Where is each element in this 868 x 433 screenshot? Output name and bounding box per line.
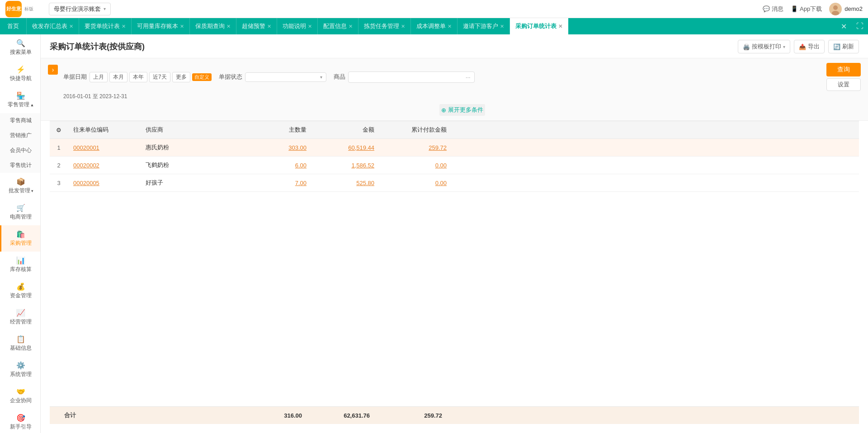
btn-query[interactable]: 查询	[826, 63, 861, 76]
cell-amount-3[interactable]: 525.80	[312, 174, 380, 192]
tab-pick-task[interactable]: 拣货任务管理 ✕	[359, 18, 411, 34]
cell-index-2: 2	[50, 157, 68, 174]
table-row: 3 00020005 好孩子 7.00 525.80 0.00	[50, 174, 859, 192]
cell-amount-2[interactable]: 1,586.52	[312, 157, 380, 174]
tab-order-stats[interactable]: 要货单统计表 ✕	[79, 18, 132, 34]
tab-expiry[interactable]: 保质期查询 ✕	[190, 18, 236, 34]
btn-print-template[interactable]: 🖨️ 按模板打印 ▾	[738, 40, 790, 53]
sidebar-item-member[interactable]: 会员中心	[0, 143, 40, 158]
sidebar-quick-label: 快捷导航	[10, 75, 32, 82]
sidebar-item-system[interactable]: ⚙️ 系统管理	[0, 357, 40, 383]
workspace-selector[interactable]: 母婴行业演示账套 ▾	[49, 3, 111, 15]
tab-overstock[interactable]: 超储预警 ✕	[236, 18, 277, 34]
close-icon[interactable]: ✕	[401, 24, 405, 29]
expand-toggle-btn[interactable]: ›	[48, 65, 58, 75]
sidebar-item-operations[interactable]: 📈 经营管理	[0, 304, 40, 330]
page-title: 采购订单统计表(按供应商)	[50, 41, 145, 52]
tab-receivable[interactable]: 收发存汇总表 ✕	[27, 18, 79, 34]
sidebar-item-basics[interactable]: 📋 基础信息	[0, 330, 40, 357]
svg-point-1	[833, 5, 838, 10]
close-icon[interactable]: ✕	[349, 24, 353, 29]
app-download-btn[interactable]: 📱 App下载	[791, 5, 822, 13]
close-icon[interactable]: ✕	[69, 24, 73, 29]
cell-code-3[interactable]: 00020005	[68, 174, 140, 192]
sidebar-item-quick-nav[interactable]: ⚡ 快捷导航	[0, 61, 40, 87]
btn-last-month[interactable]: 上月	[90, 72, 108, 82]
cell-paid-2[interactable]: 0.00	[380, 157, 452, 174]
filter-goods-placeholder	[352, 74, 354, 81]
close-icon[interactable]: ✕	[267, 24, 271, 29]
tab-function-desc[interactable]: 功能说明 ✕	[277, 18, 318, 34]
filter-date-label: 单据日期	[63, 73, 87, 81]
tab-inventory[interactable]: 可用量库存账本 ✕	[132, 18, 190, 34]
close-icon[interactable]: ✕	[500, 24, 504, 29]
cell-amount-1[interactable]: 60,519.44	[312, 139, 380, 157]
sidebar-item-finance[interactable]: 💰 资金管理	[0, 278, 40, 304]
filter-goods-group: 商品 ···	[334, 71, 475, 83]
btn-this-month[interactable]: 本月	[109, 72, 127, 82]
finance-icon: 💰	[16, 282, 25, 291]
filter-status-group: 单据状态 ▾	[219, 72, 326, 82]
cell-code-2[interactable]: 00020002	[68, 157, 140, 174]
btn-refresh[interactable]: 🔄 刷新	[828, 40, 859, 53]
close-icon[interactable]: ✕	[308, 24, 312, 29]
sidebar-item-marketing[interactable]: 营销推广	[0, 128, 40, 143]
sidebar-item-stock[interactable]: 📊 库存核算	[0, 252, 40, 278]
btn-more-dates[interactable]: 更多	[172, 72, 190, 82]
tab-home[interactable]: 首页	[0, 18, 27, 34]
stock-icon: 📊	[16, 256, 25, 265]
purchase-icon: 🛍️	[16, 230, 25, 238]
filter-status-label: 单据状态	[219, 73, 242, 81]
tab-expand-btn[interactable]: ⛶	[852, 18, 868, 34]
print-arrow-icon: ▾	[783, 44, 785, 49]
tab-collapse-btn[interactable]: ✕	[835, 18, 852, 34]
cell-paid-3[interactable]: 0.00	[380, 174, 452, 192]
quick-nav-icon: ⚡	[16, 65, 25, 74]
sidebar-item-collab[interactable]: 🤝 企业协同	[0, 383, 40, 409]
sidebar-item-wholesale[interactable]: 📦 批发管理 ▾	[0, 173, 40, 199]
cell-qty-2[interactable]: 6.00	[253, 157, 312, 174]
btn-this-year[interactable]: 本年	[129, 72, 147, 82]
close-icon-active[interactable]: ✕	[558, 24, 562, 29]
btn-settings[interactable]: 设置	[826, 78, 861, 91]
sidebar-item-retail-mgmt[interactable]: 🏪 零售管理 ▲	[0, 87, 40, 113]
cell-extra-3	[452, 174, 859, 192]
sidebar-basics-label: 基础信息	[10, 344, 32, 352]
cell-qty-3[interactable]: 7.00	[253, 174, 312, 192]
btn-export[interactable]: 📤 导出	[794, 40, 825, 53]
close-icon[interactable]: ✕	[122, 24, 126, 29]
avatar	[829, 3, 842, 15]
filter-bar: › 单据日期 上月 本月 本年 近7天 更多	[41, 58, 868, 121]
close-icon[interactable]: ✕	[226, 24, 231, 29]
filter-status-select[interactable]: ▾	[245, 72, 326, 82]
expand-more-btn[interactable]: ⊕ 展开更多条件	[439, 104, 485, 116]
cell-code-1[interactable]: 00020001	[68, 139, 140, 157]
tab-config[interactable]: 配置信息 ✕	[318, 18, 359, 34]
sidebar-item-retail-stats[interactable]: 零售统计	[0, 158, 40, 173]
basics-icon: 📋	[16, 335, 25, 343]
col-header-paid: 累计付款金额	[380, 121, 452, 139]
sidebar-item-retail-shop[interactable]: 零售商城	[0, 113, 40, 128]
logo-text: 标版	[24, 6, 33, 12]
query-actions: 查询 设置	[826, 63, 861, 91]
settings-icon[interactable]: ⚙	[56, 127, 61, 133]
close-icon[interactable]: ✕	[180, 24, 184, 29]
col-header-code: 往来单位编码	[68, 121, 140, 139]
filter-goods-input[interactable]: ···	[348, 71, 475, 83]
cell-qty-1[interactable]: 303.00	[253, 139, 312, 157]
download-icon: 📱	[791, 5, 798, 12]
sidebar-item-newbie[interactable]: 🎯 新手引导	[0, 409, 40, 433]
message-btn[interactable]: 💬 消息	[763, 5, 783, 13]
tab-cost-adjust[interactable]: 成本调整单 ✕	[411, 18, 458, 34]
close-icon[interactable]: ✕	[448, 24, 452, 29]
sidebar-item-search[interactable]: 🔍 搜索菜单	[0, 34, 40, 61]
user-area[interactable]: demo2	[829, 3, 863, 15]
sidebar-item-ecommerce[interactable]: 🛒 电商管理	[0, 199, 40, 225]
sidebar-item-purchase[interactable]: 🛍️ 采购管理	[0, 225, 40, 252]
tab-invite-customer[interactable]: 邀请下游客户 ✕	[458, 18, 510, 34]
newbie-icon: 🎯	[16, 414, 25, 422]
btn-last-7-days[interactable]: 近7天	[149, 72, 170, 82]
tab-actions: ✕ ⛶	[835, 18, 868, 34]
cell-paid-1[interactable]: 259.72	[380, 139, 452, 157]
tab-purchase-stats[interactable]: 采购订单统计表 ✕	[510, 18, 568, 34]
